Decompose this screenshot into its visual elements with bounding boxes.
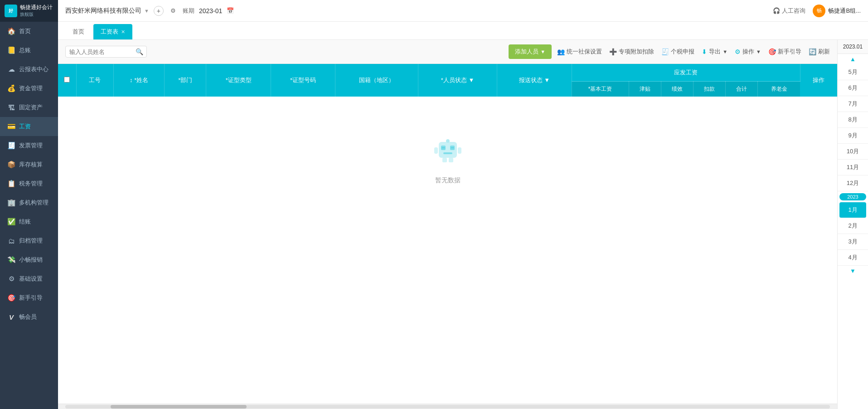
sidebar-item-close[interactable]: ✅ 结账	[0, 212, 58, 231]
th-salary-group: 应发工资	[572, 64, 800, 82]
calendar-icon[interactable]: 📅	[227, 7, 234, 14]
operations-action[interactable]: ⚙ 操作 ▼	[735, 48, 761, 56]
period-month-3[interactable]: 3月	[838, 234, 868, 250]
close-period-icon: ✅	[7, 218, 15, 226]
period-month-8[interactable]: 8月	[838, 112, 868, 128]
th-pension: 养老金	[758, 82, 800, 97]
operations-label: 操作	[742, 48, 754, 56]
th-name[interactable]: ↕ *姓名	[114, 64, 165, 97]
period-month-10[interactable]: 10月	[838, 144, 868, 160]
support-icon: 🎧	[773, 7, 780, 14]
period-month-12[interactable]: 12月	[838, 175, 868, 191]
empty-state-icon	[430, 133, 466, 169]
sidebar-item-funds[interactable]: 💰 资金管理	[0, 79, 58, 98]
sidebar-item-multi-org[interactable]: 🏢 多机构管理	[0, 193, 58, 212]
empty-state: 暂无数据	[58, 97, 837, 221]
sidebar-nav: 🏠 首页 📒 总账 ☁ 云报表中心 💰 资金管理 🏗 固定资产 💳 工资 🧾 发…	[0, 22, 58, 409]
period-month-2[interactable]: 2月	[838, 218, 868, 234]
sidebar-item-label: 发票管理	[19, 141, 43, 150]
logo-icon: 好	[5, 5, 17, 17]
toolbar: 🔍 添加人员 ▼ 👥 统一社保设置 ➕ 专项附加扣除	[58, 40, 837, 64]
sidebar-item-archive[interactable]: 🗂 归档管理	[0, 231, 58, 250]
add-person-label: 添加人员	[515, 48, 538, 56]
app-logo: 好 畅捷通好会计 旗舰版	[0, 0, 58, 22]
period-month-5[interactable]: 5月	[838, 64, 868, 80]
select-all-th[interactable]	[58, 64, 76, 97]
app-version: 旗舰版	[20, 11, 53, 18]
ledger-icon: 📒	[7, 46, 15, 54]
sidebar-item-label: 畅会员	[19, 313, 37, 321]
th-person-status[interactable]: *人员状态 ▼	[418, 64, 497, 97]
operations-dropdown-icon: ▼	[756, 49, 761, 54]
add-company-button[interactable]: +	[154, 6, 164, 16]
assets-icon: 🏗	[7, 104, 15, 112]
social-insurance-action[interactable]: 👥 统一社保设置	[557, 48, 602, 56]
period-nav-down[interactable]: ▼	[838, 266, 868, 276]
period-month-4[interactable]: 4月	[838, 250, 868, 266]
sidebar-item-label: 首页	[19, 27, 31, 35]
th-report-status[interactable]: 报送状态 ▼	[497, 64, 572, 97]
svg-rect-4	[446, 139, 450, 143]
add-person-button[interactable]: 添加人员 ▼	[509, 44, 552, 59]
user-menu[interactable]: 畅 畅捷通B组...	[813, 5, 861, 17]
sidebar-item-guide[interactable]: 🎯 新手引导	[0, 288, 58, 307]
sidebar-item-label: 小畅报销	[19, 256, 43, 264]
inventory-icon: 📦	[7, 161, 15, 169]
search-box[interactable]: 🔍	[65, 46, 147, 58]
company-dropdown-icon: ▼	[144, 8, 149, 14]
th-base-salary: *基本工资	[572, 82, 629, 97]
personal-tax-action[interactable]: 🧾 个税申报	[661, 48, 694, 56]
payroll-table: 工号 ↕ *姓名 *部门 *证型类型 *证型号码 国籍（地区） *人员状态 ▼	[58, 64, 837, 221]
svg-rect-7	[442, 158, 447, 162]
settings-icon: ⚙	[7, 275, 15, 283]
payroll-main: 🔍 添加人员 ▼ 👥 统一社保设置 ➕ 专项附加扣除	[58, 40, 837, 409]
period-year-badge: 2023	[839, 193, 866, 200]
search-input[interactable]	[69, 49, 133, 55]
bottom-scrollbar[interactable]	[58, 404, 837, 409]
sidebar-item-settings[interactable]: ⚙ 基础设置	[0, 269, 58, 288]
new-guide-action[interactable]: 🎯 新手引导	[768, 48, 801, 56]
tab-close-icon[interactable]: ✕	[121, 29, 125, 35]
company-settings-button[interactable]: ⚙	[168, 6, 178, 16]
export-action[interactable]: ⬇ 导出 ▼	[702, 48, 727, 56]
svg-rect-8	[449, 158, 453, 162]
sidebar-item-fixed-assets[interactable]: 🏗 固定资产	[0, 98, 58, 117]
content-area: 🔍 添加人员 ▼ 👥 统一社保设置 ➕ 专项附加扣除	[58, 40, 868, 409]
sidebar-item-invoice[interactable]: 🧾 发票管理	[0, 136, 58, 155]
sidebar-item-home[interactable]: 🏠 首页	[0, 22, 58, 41]
refresh-action[interactable]: 🔄 刷新	[809, 48, 830, 56]
app-name: 畅捷通好会计	[20, 4, 53, 11]
empty-text: 暂无数据	[435, 176, 461, 185]
guide-icon: 🎯	[7, 294, 15, 302]
sidebar-item-payroll[interactable]: 💳 工资	[0, 117, 58, 136]
period-header-label: 2023.01	[843, 44, 863, 50]
th-cert-no: *证型号码	[271, 64, 335, 97]
tab-home[interactable]: 首页	[65, 24, 92, 39]
sidebar-item-inventory[interactable]: 📦 库存核算	[0, 155, 58, 174]
sidebar-item-member[interactable]: V 畅会员	[0, 307, 58, 326]
special-deduction-action[interactable]: ➕ 专项附加扣除	[609, 48, 654, 56]
add-person-dropdown-icon: ▼	[540, 49, 545, 54]
period-nav-up[interactable]: ▲	[838, 54, 868, 64]
new-guide-icon: 🎯	[768, 48, 776, 55]
sidebar-item-cloud-report[interactable]: ☁ 云报表中心	[0, 60, 58, 79]
tab-payroll-table[interactable]: 工资表 ✕	[93, 24, 132, 39]
sidebar-item-ledger[interactable]: 📒 总账	[0, 41, 58, 60]
period-month-7[interactable]: 7月	[838, 96, 868, 112]
sidebar-item-tax[interactable]: 📋 税务管理	[0, 174, 58, 193]
support-button[interactable]: 🎧 人工咨询	[773, 7, 805, 15]
period-month-11[interactable]: 11月	[838, 160, 868, 175]
period-month-1[interactable]: 1月	[839, 202, 866, 218]
header-left: 西安虾米网络科技有限公司 ▼ + ⚙ 账期 2023-01 📅	[65, 6, 234, 16]
select-all-checkbox[interactable]	[64, 77, 70, 83]
company-selector[interactable]: 西安虾米网络科技有限公司 ▼	[65, 7, 149, 15]
period-month-6[interactable]: 6月	[838, 80, 868, 96]
tab-home-label: 首页	[73, 28, 84, 36]
member-icon: V	[7, 313, 15, 321]
sidebar-item-expense[interactable]: 💸 小畅报销	[0, 250, 58, 269]
sidebar-item-label: 库存核算	[19, 161, 43, 169]
period-month-9[interactable]: 9月	[838, 128, 868, 144]
export-label: 导出	[709, 48, 721, 56]
th-number: 工号	[76, 64, 114, 97]
sidebar-item-label: 税务管理	[19, 180, 43, 188]
